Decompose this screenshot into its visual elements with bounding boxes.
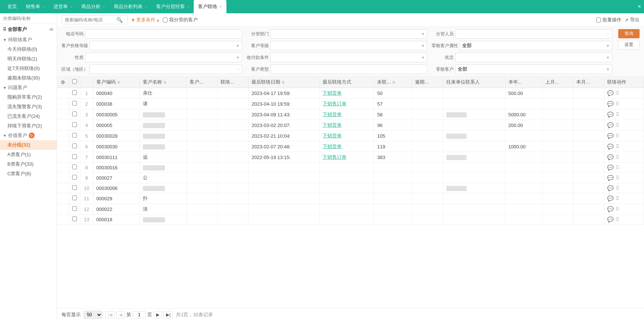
contact-action-icon[interactable]: 💬 <box>607 122 613 128</box>
contact-action-icon[interactable]: 💬 <box>607 101 613 107</box>
row-checkbox[interactable] <box>72 154 77 159</box>
tab-customer-segment[interactable]: 客户分层经客 × <box>152 0 194 13</box>
this-year-header[interactable]: 本年... <box>505 77 542 88</box>
sidebar-search-input[interactable] <box>3 16 57 21</box>
retail-attr-select[interactable]: 全部 ▼ <box>460 41 612 50</box>
row-checkbox[interactable] <box>72 90 77 95</box>
sidebar-item-7days-pending[interactable]: 近7天待联络(0) <box>0 64 57 73</box>
contact-action-icon[interactable]: 💬 <box>607 144 613 149</box>
contact-action-icon[interactable]: 💬 <box>607 216 613 222</box>
contact-method-link[interactable]: 下销货单 <box>323 122 342 128</box>
search-input[interactable] <box>65 17 116 22</box>
contact-method-link[interactable]: 下销货单 <box>323 90 342 96</box>
search-icon[interactable]: 🔍 <box>116 17 123 23</box>
row-checkbox[interactable] <box>72 175 77 180</box>
row-checkbox[interactable] <box>72 101 77 106</box>
close-sales-tab[interactable]: × <box>42 4 45 9</box>
sidebar-item-tomorrow-pending[interactable]: 明天待联络(1) <box>0 54 57 64</box>
contact-method-link[interactable]: 下销货单 <box>323 112 342 117</box>
batch-op-button[interactable]: 批量操作 <box>596 17 622 23</box>
contact-method-link[interactable]: 下销售订单 <box>323 101 346 106</box>
more-action-icon[interactable]: ⠿ <box>616 90 619 96</box>
more-action-icon[interactable]: ⠿ <box>616 175 619 181</box>
sidebar-item-declining[interactable]: 持续下滑客户(2) <box>0 121 57 131</box>
page-input[interactable] <box>133 311 146 318</box>
row-checkbox[interactable] <box>72 122 77 127</box>
tab-customer-contact[interactable]: 客户联络 × <box>194 0 226 13</box>
last-contact-date-header[interactable]: 最后联络日期 ⇅ <box>249 77 320 88</box>
row-checkbox-cell[interactable] <box>69 215 80 225</box>
more-action-icon[interactable]: ⠿ <box>616 165 619 170</box>
query-button[interactable]: 查询 <box>618 29 640 38</box>
retail-customer-select[interactable]: 全部 ▼ <box>455 64 612 74</box>
close-purchase-tab[interactable]: × <box>70 4 72 9</box>
last-month-header[interactable]: 上月... <box>542 77 573 88</box>
row-checkbox[interactable] <box>72 206 77 211</box>
dept-select[interactable]: ▼ <box>270 29 427 39</box>
more-action-icon[interactable]: ⠿ <box>616 195 619 201</box>
phone-input[interactable] <box>85 29 242 39</box>
reset-button[interactable]: 设置 <box>618 40 640 50</box>
close-customer-segment-tab[interactable]: × <box>187 4 189 9</box>
all-customers-section[interactable]: ⠿ 全部客户 ≪ <box>0 24 57 35</box>
sidebar-item-churn-warning[interactable]: 流失预警客户(3) <box>0 102 57 112</box>
contact-action-icon[interactable]: 💬 <box>607 165 613 170</box>
contact-method-link[interactable]: 下销货单 <box>323 133 342 138</box>
customer-code-header[interactable]: 客户编码 ⇅ <box>93 77 140 88</box>
row-checkbox-cell[interactable] <box>69 88 80 99</box>
next-page-button[interactable]: ▶ <box>154 311 162 318</box>
sidebar-item-churned[interactable]: 已流失客户(24) <box>0 112 57 121</box>
last-page-button[interactable]: ▶| <box>163 311 173 318</box>
row-checkbox-cell[interactable] <box>69 204 80 215</box>
region-input[interactable]: ··· <box>89 64 242 74</box>
row-checkbox[interactable] <box>72 112 77 116</box>
settings-column-header[interactable]: ⚙ <box>57 77 69 88</box>
tab-purchase[interactable]: 进货单 × <box>49 0 77 13</box>
row-checkbox-cell[interactable] <box>69 183 80 193</box>
more-action-icon[interactable]: ⠿ <box>616 122 619 128</box>
sidebar-item-hoarding-abnormal[interactable]: 囤购异常客户(2) <box>0 92 57 102</box>
partner-contact-header[interactable]: 往来单位联系人 <box>443 77 505 88</box>
row-checkbox-cell[interactable] <box>69 109 80 120</box>
value-customers-group[interactable]: ▼ 价值客户 ↻ <box>0 131 57 140</box>
close-product-analysis-list-tab[interactable]: × <box>145 4 147 9</box>
sidebar-item-overdue-pending[interactable]: 逾期未联络(30) <box>0 73 57 83</box>
sidebar-item-b-class[interactable]: B类客户(33) <box>0 159 57 169</box>
row-checkbox[interactable] <box>72 133 77 138</box>
contact-action-icon[interactable]: 💬 <box>607 185 613 191</box>
row-checkbox[interactable] <box>72 144 77 148</box>
pending-contact-group[interactable]: ▼ 待联络客户 <box>0 35 57 45</box>
row-checkbox-cell[interactable] <box>69 173 80 183</box>
export-button[interactable]: ↗ 导出 <box>624 17 640 23</box>
sidebar-item-today-pending[interactable]: 今天待联络(0) <box>0 45 57 54</box>
status-select[interactable]: ▼ <box>455 53 612 62</box>
close-customer-contact-tab[interactable]: × <box>219 4 222 9</box>
manager-input[interactable]: ··· <box>455 29 612 39</box>
contact-action-icon[interactable]: 💬 <box>607 206 613 212</box>
batch-op-check[interactable] <box>596 18 601 22</box>
tab-sales[interactable]: 销售单 × <box>21 0 49 13</box>
row-checkbox-cell[interactable] <box>69 163 80 173</box>
customer-level-select[interactable]: ▼ <box>270 41 427 50</box>
my-customers-check[interactable] <box>163 18 168 22</box>
more-action-icon[interactable]: ⠿ <box>616 185 619 191</box>
contact-method-link[interactable]: 下销货单 <box>323 144 342 149</box>
row-checkbox-cell[interactable] <box>69 141 80 152</box>
tab-product-analysis[interactable]: 商品分析 × <box>77 0 109 13</box>
row-checkbox-cell[interactable] <box>69 193 80 204</box>
contact-action-icon[interactable]: 💬 <box>607 175 613 181</box>
close-product-analysis-tab[interactable]: × <box>103 4 105 9</box>
customer-type-input[interactable] <box>270 64 427 74</box>
no-contact-days-header[interactable]: 未联... ⇅ <box>374 77 412 88</box>
customer-type-header[interactable]: 客户... <box>186 77 217 88</box>
first-page-button[interactable]: |◀ <box>105 311 115 318</box>
contact-method-link[interactable]: 下销售订单 <box>323 154 346 160</box>
problem-customers-group[interactable]: ▼ 问题客户 <box>0 83 57 92</box>
row-checkbox-cell[interactable] <box>69 120 80 131</box>
sidebar-collapse-button[interactable]: ≪ <box>49 27 54 32</box>
last-contact-method-header[interactable]: 最后联络方式 <box>319 77 374 88</box>
prev-page-button[interactable]: ◀ <box>116 311 125 318</box>
more-conditions-button[interactable]: ▼ 更多条件 ▲ <box>131 17 160 23</box>
tab-product-analysis-list[interactable]: 商品分析列表 × <box>109 0 151 13</box>
row-checkbox[interactable] <box>72 216 77 221</box>
